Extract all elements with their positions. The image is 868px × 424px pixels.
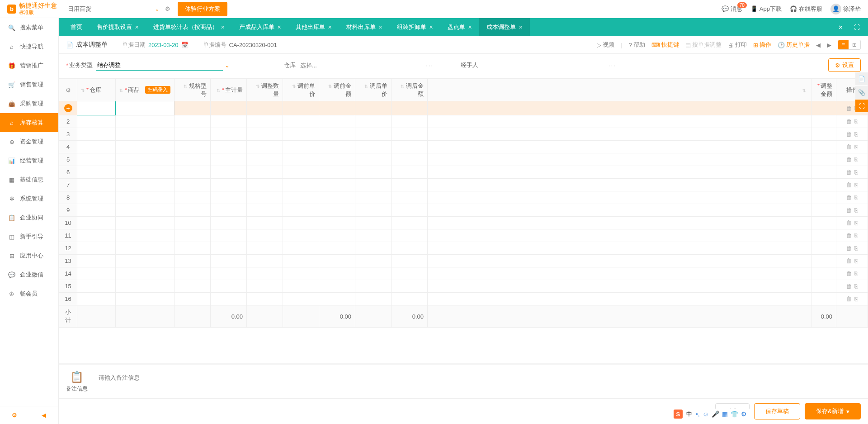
cell[interactable] — [392, 255, 428, 267]
cell-product[interactable] — [116, 267, 175, 280]
cell[interactable] — [247, 179, 283, 191]
cell[interactable] — [319, 191, 355, 204]
cell[interactable] — [247, 115, 283, 128]
online-service-link[interactable]: 🎧 在线客服 — [790, 5, 822, 13]
sidebar-item-2[interactable]: 🎁营销推广 — [0, 56, 58, 75]
sidebar-item-1[interactable]: ⌂快捷导航 — [0, 37, 58, 56]
cell[interactable] — [811, 115, 836, 128]
cell[interactable] — [175, 280, 211, 293]
table-row[interactable]: 13🗑⎘ — [59, 255, 868, 267]
table-row[interactable]: 7🗑⎘ — [59, 179, 868, 191]
view-grid-icon[interactable]: ⊞ — [849, 40, 860, 49]
copy-row-icon[interactable]: ⎘ — [854, 270, 858, 277]
tab-close-icon[interactable]: ✕ — [519, 24, 523, 30]
cell-product[interactable] — [116, 255, 175, 267]
cell[interactable] — [175, 267, 211, 280]
biz-type-input[interactable] — [96, 60, 223, 71]
messages-link[interactable]: 💬 消息 70 — [722, 5, 742, 13]
tab-close-icon[interactable]: ✕ — [135, 24, 139, 30]
cell[interactable] — [247, 141, 283, 153]
calendar-icon[interactable]: 📅 — [181, 42, 189, 48]
cell[interactable] — [283, 141, 319, 153]
copy-row-icon[interactable]: ⎘ — [854, 194, 858, 201]
cell[interactable] — [811, 293, 836, 305]
copy-row-icon[interactable]: ⎘ — [854, 207, 858, 214]
cell[interactable] — [283, 191, 319, 204]
cell[interactable] — [428, 141, 811, 153]
cell[interactable] — [355, 191, 392, 204]
cell[interactable] — [811, 141, 836, 153]
cell[interactable] — [319, 101, 355, 115]
cell[interactable] — [355, 242, 392, 255]
cell-warehouse[interactable] — [77, 242, 116, 255]
gear-icon[interactable]: ⚙ — [165, 5, 170, 12]
cell[interactable] — [355, 101, 392, 115]
delete-row-icon[interactable]: 🗑 — [846, 245, 852, 252]
cell[interactable] — [428, 293, 811, 305]
table-row[interactable]: 10🗑⎘ — [59, 217, 868, 229]
delete-row-icon[interactable]: 🗑 — [846, 143, 852, 150]
delete-row-icon[interactable]: 🗑 — [846, 194, 852, 201]
cell[interactable] — [811, 267, 836, 280]
cell[interactable] — [283, 115, 319, 128]
cell[interactable] — [211, 141, 247, 153]
rail-expand-button[interactable]: ⛶ — [855, 100, 868, 112]
sidebar-item-8[interactable]: ▦基础信息 — [0, 170, 58, 189]
add-row-button[interactable]: + — [64, 104, 72, 112]
sidebar-item-3[interactable]: 🛒销售管理 — [0, 75, 58, 94]
cell[interactable] — [211, 115, 247, 128]
cell-product[interactable] — [116, 128, 175, 141]
cell[interactable] — [211, 229, 247, 242]
tab-3[interactable]: 产成品入库单✕ — [232, 18, 288, 36]
cell[interactable] — [319, 204, 355, 217]
copy-row-icon[interactable]: ⎘ — [854, 283, 858, 290]
cell[interactable] — [283, 293, 319, 305]
cell[interactable] — [175, 166, 211, 179]
cell[interactable] — [392, 141, 428, 153]
handler-more-button[interactable]: ··· — [609, 62, 616, 69]
table-row[interactable]: 11🗑⎘ — [59, 229, 868, 242]
ime-icon-1[interactable]: •, — [696, 410, 700, 418]
cell[interactable] — [811, 128, 836, 141]
cell[interactable] — [428, 229, 811, 242]
cell[interactable] — [319, 293, 355, 305]
cell[interactable] — [392, 179, 428, 191]
cell[interactable] — [319, 166, 355, 179]
cell[interactable] — [392, 191, 428, 204]
cell[interactable] — [175, 242, 211, 255]
delete-row-icon[interactable]: 🗑 — [846, 270, 852, 277]
table-row[interactable]: 4🗑⎘ — [59, 141, 868, 153]
cell[interactable] — [355, 229, 392, 242]
save-new-button[interactable]: 保存&新增 ▾ — [805, 403, 861, 419]
cell[interactable] — [428, 166, 811, 179]
cell[interactable] — [211, 153, 247, 166]
date-value[interactable]: 2023-03-20 — [148, 42, 179, 48]
cell[interactable] — [392, 128, 428, 141]
copy-row-icon[interactable]: ⎘ — [854, 131, 858, 138]
delete-row-icon[interactable]: 🗑 — [846, 181, 852, 188]
save-draft-button[interactable]: 保存草稿 — [754, 403, 800, 419]
cell[interactable] — [319, 229, 355, 242]
cell[interactable] — [428, 280, 811, 293]
cell[interactable] — [428, 128, 811, 141]
table-row[interactable]: 9🗑⎘ — [59, 204, 868, 217]
copy-row-icon[interactable]: ⎘ — [854, 295, 858, 302]
th-after-amount[interactable]: ⇅调后金额 — [392, 79, 428, 101]
cell[interactable] — [283, 166, 319, 179]
cell[interactable] — [428, 153, 811, 166]
cell[interactable] — [211, 242, 247, 255]
cell[interactable] — [392, 153, 428, 166]
sidebar-item-12[interactable]: ⊞应用中心 — [0, 246, 58, 265]
cell[interactable] — [211, 267, 247, 280]
cell-product[interactable] — [116, 141, 175, 153]
sidebar-item-0[interactable]: 🔍搜索菜单 — [0, 18, 58, 37]
delete-row-icon[interactable]: 🗑 — [846, 156, 852, 163]
cell[interactable] — [319, 242, 355, 255]
cell[interactable] — [283, 204, 319, 217]
warehouse-more-button[interactable]: ··· — [426, 62, 434, 69]
delete-row-icon[interactable]: 🗑 — [846, 219, 852, 226]
sidebar-item-4[interactable]: 👜采购管理 — [0, 94, 58, 113]
cell[interactable] — [247, 255, 283, 267]
sidebar-item-9[interactable]: ✲系统管理 — [0, 189, 58, 208]
operate-button[interactable]: ⊞ 操作 — [753, 41, 771, 49]
